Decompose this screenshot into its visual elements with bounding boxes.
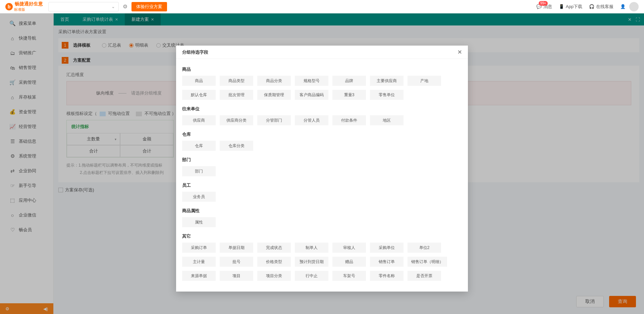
field-group-chips: 业务员: [182, 192, 462, 202]
field-chip[interactable]: 销售订单: [370, 257, 404, 267]
field-chip[interactable]: 付款条件: [332, 115, 366, 125]
field-group-title: 仓库: [182, 131, 462, 137]
field-chip[interactable]: 赠品: [332, 257, 366, 267]
field-chip[interactable]: 销售订单（明细）: [408, 257, 447, 267]
field-chip[interactable]: 商品分类: [257, 76, 291, 86]
field-group-title: 其它: [182, 233, 462, 239]
messages-button[interactable]: 💬 99+ 消息: [536, 4, 552, 10]
company-selector[interactable]: ⌄: [48, 2, 119, 11]
field-chip[interactable]: 保质期管理: [257, 90, 291, 100]
field-chip[interactable]: 采购单位: [370, 243, 404, 253]
user-icon: 👤: [620, 4, 626, 9]
field-chip[interactable]: 仓库分类: [220, 141, 253, 151]
field-group-chips: 部门: [182, 166, 462, 176]
modal-title: 分组待选字段: [182, 49, 208, 55]
brand-edition: 标准版: [14, 7, 43, 12]
app-download-label: App下载: [566, 4, 582, 10]
field-chip[interactable]: 供应商: [182, 115, 216, 125]
field-chip[interactable]: 规格型号: [295, 76, 328, 86]
field-chip[interactable]: 单据日期: [220, 243, 253, 253]
field-chip[interactable]: 车架号: [332, 271, 366, 281]
field-chip[interactable]: 部门: [182, 166, 216, 176]
field-chip[interactable]: 地区: [370, 115, 404, 125]
field-chip[interactable]: 批号: [220, 257, 253, 267]
brand-logo: b 畅捷通好生意 标准版: [5, 1, 43, 12]
field-group-title: 员工: [182, 182, 462, 188]
field-chip[interactable]: 采购订单: [182, 243, 216, 253]
field-chip[interactable]: 品牌: [332, 76, 366, 86]
field-chip[interactable]: 商品: [182, 76, 216, 86]
field-chip[interactable]: 仓库: [182, 141, 216, 151]
app-download-button[interactable]: 📱 App下载: [559, 4, 582, 10]
field-chip[interactable]: 默认仓库: [182, 90, 216, 100]
field-chip[interactable]: 产地: [408, 76, 441, 86]
field-group-chips: 供应商供应商分类分管部门分管人员付款条件地区: [182, 115, 462, 125]
field-chip[interactable]: 属性: [182, 217, 216, 227]
field-group-chips: 仓库仓库分类: [182, 141, 462, 151]
field-chip[interactable]: 业务员: [182, 192, 216, 202]
field-chip[interactable]: 商品类型: [220, 76, 253, 86]
field-group-title: 部门: [182, 157, 462, 163]
messages-badge: 99+: [539, 1, 548, 6]
field-chip[interactable]: 分管人员: [295, 115, 328, 125]
field-chip[interactable]: 价格类型: [257, 257, 291, 267]
field-chip[interactable]: 项目分类: [257, 271, 291, 281]
field-chip[interactable]: 主要供应商: [370, 76, 404, 86]
chevron-down-icon: ⌄: [111, 4, 115, 9]
headset-icon: 🎧: [589, 4, 594, 9]
modal-horizontal-scrollbar[interactable]: [178, 285, 466, 290]
field-group-title: 往来单位: [182, 106, 462, 112]
field-chip[interactable]: 重量3: [332, 90, 366, 100]
field-chip[interactable]: 项目: [220, 271, 253, 281]
field-chip[interactable]: 完成状态: [257, 243, 291, 253]
field-chip[interactable]: 行中止: [295, 271, 328, 281]
phone-icon: 📱: [559, 4, 564, 9]
field-group-chips: 采购订单单据日期完成状态制单人审核人采购单位单位2主计量批号价格类型预计到货日期…: [182, 243, 462, 281]
field-group-title: 商品属性: [182, 208, 462, 214]
field-chip[interactable]: 供应商分类: [220, 115, 253, 125]
brand-name: 畅捷通好生意: [15, 1, 43, 7]
field-chip[interactable]: 制单人: [295, 243, 328, 253]
field-picker-modal: 分组待选字段 ✕ 商品商品商品类型商品分类规格型号品牌主要供应商产地默认仓库批次…: [176, 46, 468, 292]
support-button[interactable]: 🎧 在线客服: [589, 4, 613, 10]
field-group-title: 商品: [182, 66, 462, 72]
field-chip[interactable]: 客户商品编码: [295, 90, 328, 100]
field-chip[interactable]: 分管部门: [257, 115, 291, 125]
field-chip[interactable]: 预计到货日期: [295, 257, 328, 267]
field-chip[interactable]: 批次管理: [220, 90, 253, 100]
user-area[interactable]: 👤: [620, 2, 639, 11]
support-label: 在线客服: [596, 4, 613, 10]
field-chip[interactable]: 主计量: [182, 257, 216, 267]
gear-icon[interactable]: ⚙: [123, 3, 127, 10]
field-group-chips: 商品商品类型商品分类规格型号品牌主要供应商产地默认仓库批次管理保质期管理客户商品…: [182, 76, 462, 100]
field-chip[interactable]: 零售单位: [370, 90, 404, 100]
brand-logo-icon: b: [5, 3, 13, 10]
field-chip[interactable]: 单位2: [408, 243, 441, 253]
field-chip[interactable]: 是否开票: [408, 271, 441, 281]
topbar-right: 💬 99+ 消息 📱 App下载 🎧 在线客服 👤: [536, 2, 639, 11]
field-group-chips: 属性: [182, 217, 462, 227]
field-chip[interactable]: 审核人: [332, 243, 366, 253]
field-chip[interactable]: 零件名称: [370, 271, 404, 281]
trial-button[interactable]: 体验行业方案: [131, 2, 167, 11]
field-chip[interactable]: 来源单据: [182, 271, 216, 281]
avatar: [629, 2, 639, 11]
close-icon[interactable]: ✕: [458, 49, 462, 55]
topbar: b 畅捷通好生意 标准版 ⌄ ⚙ 体验行业方案 💬 99+ 消息 📱 App下载: [0, 0, 644, 13]
